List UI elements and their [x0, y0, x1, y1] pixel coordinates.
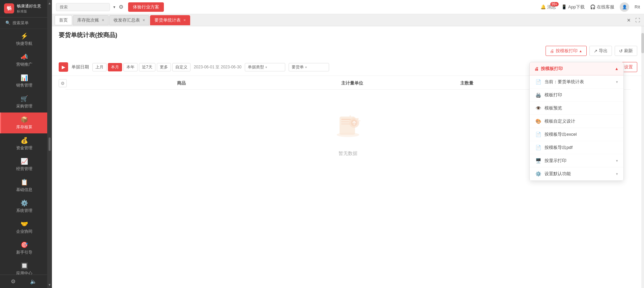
export-excel-label: 按模板导出excel: [545, 131, 577, 137]
refresh-label: 刷新: [624, 48, 633, 54]
settings-label: 设置: [624, 64, 633, 70]
purchase-icon: 🛒: [21, 95, 28, 102]
dropdown-set-default[interactable]: ⚙️ 设置默认功能 ▾: [530, 167, 623, 181]
export-excel-icon: 📄: [535, 132, 541, 137]
dropdown-item-template-custom[interactable]: 🎨 模板自定义设计: [530, 115, 623, 128]
print-template-button[interactable]: 🖨 按模板打印 ▲: [546, 46, 587, 56]
topbar: ▾ ⚙ 体验行业方案 🔔 消息 99+ 📱 App下载 🎧 在线客服 👤 Rit: [52, 0, 644, 14]
trial-button[interactable]: 体验行业方案: [128, 2, 164, 12]
refresh-icon: ↺: [619, 49, 623, 54]
sidebar-item-operation[interactable]: 📈 经营管理: [0, 154, 47, 175]
sidebar-item-label: 基础信息: [16, 187, 32, 193]
sidebar-nav: ⚡ 快捷导航 📣 营销推广 📊 销售管理 🛒 采购管理 📦 库存核算 💰 资金管…: [0, 29, 47, 275]
settings-bottom-icon[interactable]: ⚙: [11, 278, 16, 285]
refresh-button[interactable]: ↺ 刷新: [615, 46, 637, 56]
close-window-btn[interactable]: ✕: [625, 17, 633, 24]
svg-point-9: [350, 115, 351, 117]
topbar-right: 🔔 消息 99+ 📱 App下载 🎧 在线客服 👤 Rit: [540, 2, 640, 12]
template-preview-icon: 👁️: [535, 105, 541, 111]
expand-window-btn[interactable]: ⛶: [634, 17, 641, 24]
tab-receipt-summary-label: 收发存汇总表: [114, 17, 140, 23]
online-service-item[interactable]: 🎧 在线客服: [590, 4, 614, 10]
tab-home-label: 首页: [59, 17, 68, 23]
filter-order-category-select[interactable]: 要货单 ▾: [289, 63, 329, 71]
collab-icon: 🤝: [21, 220, 28, 228]
dropdown-item-export-excel[interactable]: 📄 按模板导出excel: [530, 128, 623, 141]
search-icon: 🔍: [5, 21, 10, 25]
app-download-item[interactable]: 📱 App下载: [561, 4, 585, 10]
avatar[interactable]: 👤: [620, 2, 629, 12]
dropdown-current-template[interactable]: 📄 当前：要货单统计表 ▾: [530, 75, 623, 89]
filter-this-month[interactable]: 本月: [108, 63, 122, 71]
tab-close-receipt-summary[interactable]: ×: [143, 18, 145, 23]
sidebar-item-collab[interactable]: 🤝 企业协同: [0, 217, 47, 238]
svg-rect-4: [341, 124, 350, 125]
template-print-label: 模板打印: [545, 92, 562, 98]
col-header-unit: 主计量单位: [296, 80, 408, 86]
sound-icon[interactable]: 🔈: [30, 278, 37, 285]
sidebar-item-guide[interactable]: 🎯 新手引导: [0, 238, 47, 259]
col-header-product: 商品: [69, 80, 293, 86]
username-label: Rit: [635, 4, 640, 9]
filter-expand-button[interactable]: ▶: [59, 62, 68, 72]
tab-close-order-stats[interactable]: ×: [183, 18, 186, 23]
page-header: 要货单统计表(按商品): [52, 26, 644, 39]
template-custom-label: 模板自定义设计: [545, 118, 575, 124]
sidebar-item-basic[interactable]: 📋 基础信息: [0, 175, 47, 196]
dropdown-item-template-preview[interactable]: 👁️ 模板预览: [530, 102, 623, 115]
sidebar-item-marketing[interactable]: 📣 营销推广: [0, 50, 47, 71]
app-name: 畅康通好生意: [17, 3, 41, 9]
tabbar: 首页 库存批次账 × 收发存汇总表 × 要货单统计表 × ✕ ⛶: [52, 14, 644, 26]
finance-icon: 💰: [21, 137, 28, 144]
inventory-icon: 📦: [21, 116, 28, 123]
sidebar-item-purchase[interactable]: 🛒 采购管理: [0, 92, 47, 113]
filter-custom[interactable]: 自定义: [172, 63, 191, 71]
dropdown-item-export-pdf[interactable]: 📄 按模板导出pdf: [530, 141, 623, 154]
filter-date-range: 2023-06-01 至 2023-06-30: [194, 64, 241, 70]
empty-text: 暂无数据: [339, 151, 357, 157]
page-title: 要货单统计表(按商品): [59, 31, 637, 39]
tab-inventory-batch[interactable]: 库存批次账 ×: [73, 15, 109, 25]
filter-7-days[interactable]: 近7天: [139, 63, 155, 71]
scrollbar-thumb: [641, 33, 644, 53]
print-icon: 🖨: [550, 49, 554, 54]
tab-home[interactable]: 首页: [55, 15, 72, 25]
scroll-up-arrow[interactable]: ▲: [48, 1, 51, 5]
scroll-down-arrow[interactable]: ▼: [48, 283, 51, 287]
marketing-icon: 📣: [21, 53, 28, 61]
system-icon: ⚙️: [21, 199, 28, 207]
sidebar-item-system[interactable]: ⚙️ 系统管理: [0, 196, 47, 217]
empty-icon: [331, 110, 365, 147]
dropdown-print-icon: 🖨: [534, 66, 539, 71]
search-menu-item[interactable]: 🔍 搜索菜单: [0, 18, 47, 29]
operation-icon: 📈: [21, 158, 28, 165]
dropdown-item-template-print[interactable]: 🖨️ 模板打印: [530, 89, 623, 102]
filter-more-dates[interactable]: 更多: [157, 63, 171, 71]
sidebar-item-sales[interactable]: 📊 销售管理: [0, 71, 47, 92]
topbar-gear-icon[interactable]: ⚙: [119, 4, 123, 10]
export-pdf-label: 按模板导出pdf: [545, 145, 573, 151]
action-bar: 🖨 按模板打印 ▲ ↗ 导出 ↺ 刷新: [52, 43, 644, 59]
content-scrollbar[interactable]: [641, 26, 644, 288]
export-button[interactable]: ↗ 导出: [589, 46, 612, 56]
content-area: 要货单统计表(按商品) 🖨 按模板打印 ▲ ↗ 导出 ↺ 刷新 ▶ 单据日期 上: [52, 26, 644, 288]
sidebar-scroll-bar: ▲ ▼: [47, 0, 52, 288]
guide-icon: 🎯: [21, 241, 28, 249]
tab-receipt-summary[interactable]: 收发存汇总表 ×: [109, 15, 149, 25]
filter-type-select[interactable]: 单据类型 ▾: [245, 63, 285, 71]
dropdown-collapse-arrow[interactable]: ▲: [615, 66, 619, 71]
sidebar-item-inventory[interactable]: 📦 库存核算: [0, 113, 47, 133]
export-label: 导出: [599, 48, 608, 54]
dropdown-display-print[interactable]: 🖥️ 按显示打印 ▾: [530, 154, 623, 167]
sidebar-item-quick-nav[interactable]: ⚡ 快捷导航: [0, 29, 47, 50]
notification-item[interactable]: 🔔 消息 99+: [540, 4, 556, 10]
topbar-dropdown-arrow[interactable]: ▾: [113, 5, 115, 9]
sidebar-item-finance[interactable]: 💰 资金管理: [0, 133, 47, 154]
filter-this-year[interactable]: 本年: [123, 63, 138, 71]
table-settings-icon[interactable]: ⚙: [59, 79, 67, 87]
topbar-search-input[interactable]: [56, 3, 110, 11]
sidebar-item-apps[interactable]: 🔲 应用中心: [0, 259, 47, 275]
tab-close-inventory-batch[interactable]: ×: [102, 18, 104, 23]
tab-order-stats[interactable]: 要货单统计表 ×: [150, 15, 190, 25]
filter-last-month[interactable]: 上月: [92, 63, 107, 71]
